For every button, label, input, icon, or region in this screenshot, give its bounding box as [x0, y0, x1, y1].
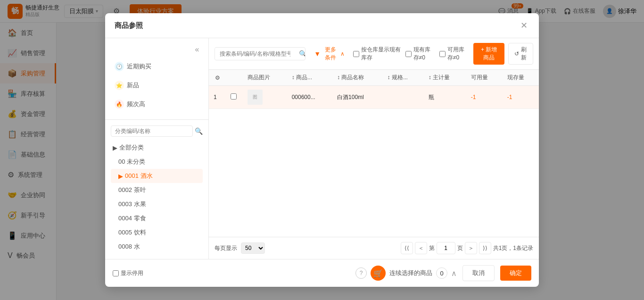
- recent-label: 近期购买: [127, 62, 151, 71]
- modal-toolbar: 🔍 ▼ 更多条件 ∧ 按仓库显示现有库存 现有库存≠0: [209, 38, 539, 70]
- help-button[interactable]: ?: [355, 267, 367, 279]
- row-checkbox[interactable]: [231, 93, 237, 100]
- category-item-0002[interactable]: 0002 茶叶: [111, 183, 203, 197]
- confirm-button[interactable]: 确定: [500, 266, 531, 281]
- refresh-label: 刷新: [521, 46, 527, 62]
- warehouse-stock-checkbox-label[interactable]: 按仓库显示现有库存: [353, 46, 402, 62]
- cart-area: ? 🛒 连续选择的商品 0 ∧: [355, 266, 457, 281]
- cat-arrow-0001: ▶: [118, 173, 123, 180]
- row-check[interactable]: [226, 86, 243, 109]
- row-seq: 1: [209, 86, 226, 109]
- display-disabled-text: 显示停用: [121, 269, 143, 277]
- row-code: 000600...: [287, 86, 332, 109]
- modal-body: « 🕐 近期购买 ⭐ 新品 🔥 频次高: [105, 38, 539, 259]
- product-search-button[interactable]: 🔍: [295, 48, 305, 60]
- category-all-label: 全部分类: [119, 143, 144, 152]
- current-stock-checkbox[interactable]: [405, 51, 412, 57]
- page-prev-button[interactable]: ＜: [415, 242, 427, 254]
- page-number-input[interactable]: [437, 242, 455, 254]
- category-label-0005: 0005 饮料: [118, 228, 146, 237]
- page-size-select[interactable]: 50 10 20 100: [241, 242, 265, 254]
- frequent-item[interactable]: 🔥 频次高: [111, 97, 203, 112]
- category-search-button[interactable]: 🔍: [195, 127, 203, 135]
- page-size-label: 每页显示: [215, 244, 237, 252]
- recent-purchase-item[interactable]: 🕐 近期购买: [111, 59, 203, 74]
- category-tree: ▶ 全部分类 00 未分类 ▶ 0001 酒水 0002 茶叶 0003 水果: [105, 141, 208, 253]
- modal-header: 商品参照 ✕: [105, 13, 539, 38]
- category-item-0004[interactable]: 0004 零食: [111, 211, 203, 225]
- display-disabled-label[interactable]: 显示停用: [113, 269, 143, 277]
- col-settings[interactable]: ⚙: [209, 70, 226, 86]
- col-image: 商品图片: [243, 70, 287, 86]
- product-search-input[interactable]: [215, 48, 295, 59]
- more-filter-button[interactable]: ▼ 更多条件 ∧: [309, 43, 349, 64]
- modal-close-button[interactable]: ✕: [518, 20, 529, 31]
- add-product-button[interactable]: + 新增商品: [473, 43, 504, 65]
- new-product-item[interactable]: ⭐ 新品: [111, 78, 203, 93]
- category-all[interactable]: ▶ 全部分类: [111, 141, 203, 155]
- cart-label: 连续选择的商品: [389, 269, 432, 277]
- collapse-left-button[interactable]: «: [191, 44, 203, 55]
- col-available: 可用量: [466, 70, 503, 86]
- category-label-0001: 0001 酒水: [125, 172, 153, 180]
- col-spec[interactable]: ↕ 规格...: [383, 70, 424, 86]
- row-image: 图: [243, 86, 287, 109]
- category-item-0003[interactable]: 0003 水果: [111, 197, 203, 211]
- product-search-box: 🔍: [215, 47, 305, 60]
- category-item-0005[interactable]: 0005 饮料: [111, 225, 203, 240]
- cancel-button[interactable]: 取消: [462, 265, 495, 281]
- frequent-label: 频次高: [127, 100, 145, 108]
- product-table-container[interactable]: ⚙ 商品图片 ↕ 商品... ↕ 商品名称 ↕ 规格..: [209, 70, 539, 237]
- category-search-area: 🔍: [105, 122, 208, 141]
- modal-title: 商品参照: [115, 21, 143, 30]
- all-arrow-icon: ▶: [113, 144, 117, 151]
- pagination-bar: 每页显示 50 10 20 100 ⟨⟨ ＜ 第 页 ＞ ⟩⟩: [209, 237, 539, 259]
- col-code[interactable]: ↕ 商品...: [287, 70, 332, 86]
- col-stock: 现存量: [503, 70, 539, 86]
- category-label-0004: 0004 零食: [118, 214, 146, 223]
- page-first-button[interactable]: ⟨⟨: [401, 242, 413, 254]
- filter-icon: ▼: [314, 50, 321, 58]
- category-search-input[interactable]: [111, 125, 193, 137]
- divider-1: [105, 119, 208, 120]
- col-unit[interactable]: ↕ 主计量: [424, 70, 466, 86]
- new-icon: ⭐: [115, 81, 124, 90]
- page-last-button[interactable]: ⟩⟩: [479, 242, 491, 254]
- page-nav: ⟨⟨ ＜ 第 页 ＞ ⟩⟩ 共1页，1条记录: [401, 242, 533, 254]
- current-stock-label: 现有库存≠0: [413, 46, 436, 62]
- modal-left-top: « 🕐 近期购买 ⭐ 新品 🔥 频次高: [105, 44, 208, 117]
- filter-label: 更多条件: [322, 46, 339, 62]
- page-label: 第: [429, 244, 435, 252]
- filter-arrow-icon: ∧: [340, 50, 345, 57]
- table-row[interactable]: 1 图 000600... 白酒100ml 瓶: [209, 86, 539, 109]
- collapse-cart-button[interactable]: ∧: [451, 269, 457, 278]
- category-item-0008[interactable]: 0008 水: [111, 240, 203, 253]
- warehouse-stock-checkbox[interactable]: [353, 51, 359, 57]
- cart-count: 0: [436, 267, 447, 279]
- row-spec: [383, 86, 424, 109]
- category-label-0008: 0008 水: [118, 242, 140, 251]
- category-item-0001[interactable]: ▶ 0001 酒水: [111, 169, 203, 183]
- available-stock-checkbox[interactable]: [439, 51, 446, 57]
- new-label: 新品: [127, 81, 139, 90]
- category-label-0003: 0003 水果: [118, 200, 146, 208]
- row-available: -1: [466, 86, 503, 109]
- warehouse-stock-label: 按仓库显示现有库存: [361, 46, 402, 62]
- help-icon: ?: [360, 270, 363, 276]
- display-disabled-checkbox[interactable]: [113, 270, 119, 276]
- page-next-button[interactable]: ＞: [465, 242, 477, 254]
- cart-button[interactable]: 🛒: [371, 266, 386, 281]
- category-label-0002: 0002 茶叶: [118, 186, 146, 194]
- col-name[interactable]: ↕ 商品名称: [332, 70, 382, 86]
- page-total: 共1页，1条记录: [493, 244, 533, 252]
- product-thumbnail: 图: [248, 90, 263, 105]
- page-label2: 页: [457, 244, 463, 252]
- available-stock-checkbox-label[interactable]: 可用库存≠0: [439, 46, 470, 62]
- current-stock-checkbox-label[interactable]: 现有库存≠0: [405, 46, 436, 62]
- frequent-icon: 🔥: [115, 100, 124, 109]
- modal-left-panel: « 🕐 近期购买 ⭐ 新品 🔥 频次高: [105, 38, 209, 259]
- modal-footer: 显示停用 ? 🛒 连续选择的商品 0 ∧ 取消 确定: [105, 259, 539, 287]
- category-item-00[interactable]: 00 未分类: [111, 155, 203, 169]
- refresh-button[interactable]: ↺ 刷新: [508, 43, 533, 65]
- col-check: [226, 70, 243, 86]
